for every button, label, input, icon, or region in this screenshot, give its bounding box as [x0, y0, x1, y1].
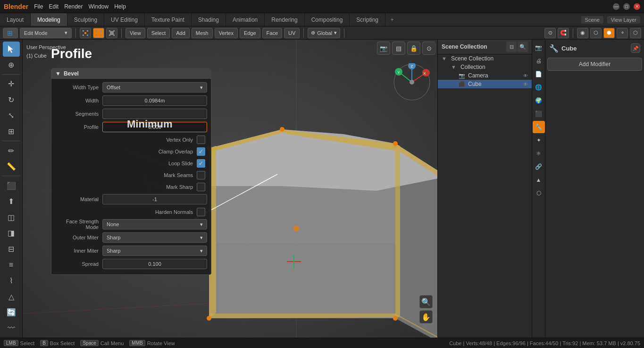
- loop-slide-checkbox[interactable]: ✓: [197, 159, 205, 168]
- clamp-overlap-checkbox[interactable]: ✓: [197, 147, 205, 156]
- add-menu[interactable]: Add: [172, 28, 190, 38]
- add-modifier-button[interactable]: Add Modifier: [547, 58, 642, 71]
- tab-sculpting[interactable]: Sculpting: [67, 13, 104, 26]
- measure-tool[interactable]: 📏: [3, 159, 20, 174]
- prop-tab-particles[interactable]: ✦: [533, 134, 545, 146]
- view-menu[interactable]: View: [125, 28, 145, 38]
- extrude-tool[interactable]: ⬆: [3, 194, 20, 209]
- tab-animation[interactable]: Animation: [226, 13, 265, 26]
- width-type-dropdown[interactable]: Offset ▾: [102, 82, 207, 93]
- add-cube-tool[interactable]: ⬛: [3, 178, 20, 193]
- prop-tab-view-layer[interactable]: 📄: [533, 68, 545, 80]
- viewport-shade-material[interactable]: ⚬: [617, 28, 628, 38]
- tab-compositing[interactable]: Compositing: [305, 13, 350, 26]
- camera-view-btn[interactable]: 📷: [377, 42, 390, 55]
- prop-tab-scene[interactable]: 🌐: [533, 81, 545, 93]
- prop-tab-world[interactable]: 🌍: [533, 94, 545, 107]
- tab-shading[interactable]: Shading: [192, 13, 226, 26]
- scene-selector[interactable]: Scene: [581, 16, 603, 24]
- face-strength-dropdown[interactable]: None ▾: [102, 219, 207, 229]
- annotate-tool[interactable]: ✏: [3, 143, 20, 158]
- inset-tool[interactable]: ◫: [3, 210, 20, 225]
- loop-cut-tool[interactable]: ⊟: [3, 242, 20, 257]
- select-tool[interactable]: [3, 42, 20, 57]
- outliner-cube[interactable]: ⬛ Cube 👁: [438, 80, 532, 88]
- zoom-btn[interactable]: 🔍: [419, 295, 433, 308]
- width-field[interactable]: 0.0984m: [102, 95, 207, 106]
- prop-tab-object[interactable]: ⬛: [533, 108, 545, 120]
- prop-tab-render[interactable]: 📷: [533, 42, 545, 54]
- tab-scripting[interactable]: Scripting: [350, 13, 385, 26]
- outliner-search-btn[interactable]: 🔍: [518, 42, 528, 52]
- offset-edge-loop-tool[interactable]: ≡: [3, 257, 20, 272]
- cursor-tool[interactable]: ⊕: [3, 58, 20, 73]
- smooth-tool[interactable]: 〰: [3, 321, 20, 336]
- face-select-btn[interactable]: [106, 28, 117, 38]
- viewport-shade-render[interactable]: ⬡: [630, 28, 641, 38]
- knife-tool[interactable]: ⌇: [3, 273, 20, 289]
- profile-field[interactable]: 0.000: [102, 122, 207, 132]
- face-menu[interactable]: Face: [262, 28, 282, 38]
- tab-texture-paint[interactable]: Texture Paint: [145, 13, 192, 26]
- tab-rendering[interactable]: Rendering: [265, 13, 304, 26]
- view-gizmo-btn[interactable]: ⊙: [422, 42, 435, 55]
- snap-btn[interactable]: 🧲: [558, 28, 569, 38]
- close-button[interactable]: ✕: [634, 3, 640, 10]
- spread-field[interactable]: 0.100: [102, 259, 207, 269]
- outliner-scene-collection[interactable]: ▼ Scene Collection: [438, 54, 532, 63]
- vertex-only-checkbox[interactable]: [197, 136, 205, 144]
- outer-miter-dropdown[interactable]: Sharp ▾: [102, 232, 207, 243]
- menu-render[interactable]: Render: [64, 3, 83, 10]
- viewport-shade-solid[interactable]: ⬢: [603, 28, 615, 38]
- hand-btn[interactable]: ✋: [419, 310, 433, 323]
- edge-menu[interactable]: Edge: [240, 28, 260, 38]
- outliner-collection[interactable]: ▼ Collection: [438, 63, 532, 71]
- mark-sharp-checkbox[interactable]: [197, 183, 205, 191]
- rotate-tool[interactable]: ↻: [3, 93, 20, 108]
- view-layer-selector[interactable]: View Layer: [607, 16, 640, 24]
- add-workspace-button[interactable]: +: [385, 13, 399, 26]
- mark-seams-checkbox[interactable]: [197, 171, 205, 179]
- prop-tab-physics[interactable]: ⚛: [533, 147, 545, 160]
- bevel-panel-header[interactable]: ▼ Bevel: [51, 68, 211, 79]
- render-region-btn[interactable]: ▤: [392, 42, 405, 55]
- prop-tab-output[interactable]: 🖨: [533, 55, 545, 67]
- tab-modeling[interactable]: Modeling: [31, 13, 67, 26]
- uv-menu[interactable]: UV: [284, 28, 300, 38]
- outliner-filter-btn[interactable]: ⊟: [506, 42, 517, 52]
- menu-file[interactable]: File: [34, 3, 43, 10]
- nav-gizmo[interactable]: X Y Z: [393, 63, 431, 101]
- tab-layout[interactable]: Layout: [0, 13, 31, 26]
- material-field[interactable]: -1: [102, 194, 207, 204]
- tab-uv-editing[interactable]: UV Editing: [104, 13, 145, 26]
- scale-tool[interactable]: ⤡: [3, 108, 20, 123]
- maximize-button[interactable]: □: [623, 3, 630, 10]
- prop-tab-data[interactable]: ▲: [533, 174, 545, 186]
- mesh-menu[interactable]: Mesh: [192, 28, 213, 38]
- prop-tab-constraints[interactable]: 🔗: [533, 161, 545, 173]
- mode-select[interactable]: Edit Mode ▾: [20, 28, 72, 38]
- menu-window[interactable]: Window: [89, 3, 109, 10]
- outliner-camera[interactable]: 📷 Camera 👁: [438, 71, 532, 80]
- select-menu[interactable]: Select: [147, 28, 170, 38]
- harden-normals-checkbox[interactable]: [197, 208, 205, 216]
- edge-select-btn[interactable]: [93, 28, 104, 38]
- vertex-select-btn[interactable]: [80, 28, 91, 38]
- viewport-shade-wire[interactable]: ⬡: [590, 28, 602, 38]
- transform-orientation[interactable]: ⊕ Global ▾: [308, 28, 340, 38]
- menu-help[interactable]: Help: [114, 3, 126, 10]
- segments-field[interactable]: Minimum: [102, 109, 207, 119]
- vertex-menu[interactable]: Vertex: [215, 28, 238, 38]
- menu-edit[interactable]: Edit: [49, 3, 59, 10]
- viewport-lock-btn[interactable]: 🔒: [407, 42, 420, 55]
- props-pin-btn[interactable]: 📌: [631, 43, 640, 53]
- bevel-tool[interactable]: ◨: [3, 226, 20, 241]
- transform-tool[interactable]: ⊞: [3, 124, 20, 139]
- overlay-btn[interactable]: ◉: [577, 28, 588, 38]
- minimize-button[interactable]: —: [613, 3, 619, 10]
- viewport[interactable]: User Perspective (1) Cube Profile ▼ Beve…: [23, 40, 437, 338]
- prop-tab-material[interactable]: ⬡: [533, 187, 545, 199]
- prop-tab-modifier[interactable]: 🔧: [533, 121, 545, 133]
- proportional-edit-btn[interactable]: ⊙: [544, 28, 556, 38]
- spin-tool[interactable]: 🔄: [3, 305, 20, 320]
